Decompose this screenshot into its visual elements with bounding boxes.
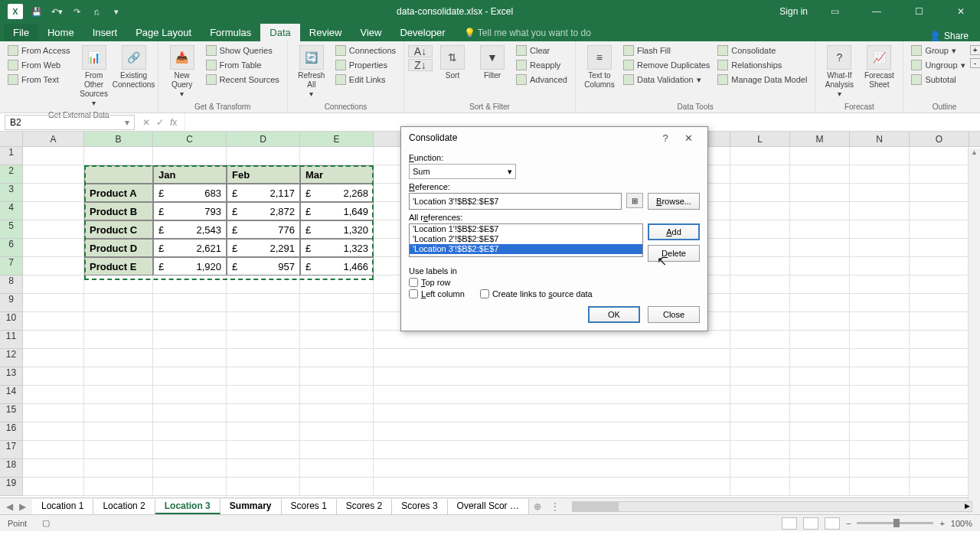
cell[interactable]	[23, 386, 84, 404]
cell[interactable]	[153, 441, 227, 459]
cell[interactable]	[910, 386, 969, 404]
cell[interactable]: £2,621	[153, 239, 227, 257]
list-item[interactable]: 'Location 1'!$B$2:$E$7	[410, 224, 642, 234]
range-select-icon[interactable]: ⊞	[626, 193, 643, 208]
cell[interactable]	[910, 367, 969, 386]
cell[interactable]	[374, 331, 730, 349]
cell[interactable]	[23, 331, 84, 349]
cell[interactable]	[790, 404, 850, 422]
cell[interactable]	[910, 294, 969, 312]
cell[interactable]	[84, 331, 153, 349]
cell[interactable]	[300, 367, 374, 386]
cell[interactable]	[790, 220, 850, 239]
cell[interactable]	[84, 367, 153, 386]
cell[interactable]: Product E	[84, 257, 153, 276]
cell[interactable]	[23, 459, 84, 478]
tab-review[interactable]: Review	[300, 24, 351, 41]
cell[interactable]	[374, 441, 730, 459]
cell[interactable]	[850, 147, 910, 165]
sheet-tab[interactable]: Overall Scor …	[448, 499, 529, 514]
col-header[interactable]: M	[790, 132, 850, 146]
data-validation-button[interactable]: Data Validation ▾	[620, 73, 713, 86]
cell[interactable]	[910, 165, 969, 184]
row-header[interactable]: 17	[0, 441, 23, 459]
cell[interactable]	[790, 331, 850, 349]
connections-button[interactable]: Connections	[332, 44, 399, 57]
cell[interactable]	[910, 404, 969, 422]
cell[interactable]	[23, 294, 84, 312]
cell[interactable]: Jan	[153, 165, 227, 184]
enter-formula-icon[interactable]: ✓	[156, 117, 164, 128]
cell[interactable]: £793	[153, 202, 227, 220]
refresh-all-button[interactable]: 🔄Refresh All▾	[292, 44, 331, 100]
all-references-listbox[interactable]: 'Location 1'!$B$2:$E$7 'Location 2'!$B$2…	[409, 223, 643, 257]
cell[interactable]	[84, 422, 153, 441]
cell[interactable]	[850, 220, 910, 239]
cell[interactable]	[300, 441, 374, 459]
row-header[interactable]: 5	[0, 220, 23, 239]
col-header[interactable]: D	[227, 132, 300, 146]
cell[interactable]	[23, 276, 84, 294]
cell[interactable]	[850, 276, 910, 294]
cell[interactable]	[790, 367, 850, 386]
cell[interactable]	[374, 422, 730, 441]
cell[interactable]	[153, 147, 227, 165]
expand-icon[interactable]: +	[970, 45, 980, 55]
cell[interactable]	[730, 239, 790, 257]
page-break-view-button[interactable]	[825, 517, 840, 530]
flash-fill-button[interactable]: Flash Fill	[620, 44, 713, 57]
cell[interactable]	[730, 257, 790, 276]
cell[interactable]	[227, 147, 300, 165]
delete-button[interactable]: Delete	[648, 245, 700, 262]
cell[interactable]	[790, 276, 850, 294]
cell[interactable]	[23, 165, 84, 184]
cell[interactable]	[23, 367, 84, 386]
tab-insert[interactable]: Insert	[83, 24, 127, 41]
cell[interactable]	[730, 165, 790, 184]
col-header[interactable]: A	[23, 132, 84, 146]
cell[interactable]	[23, 422, 84, 441]
cell[interactable]	[850, 478, 910, 496]
sheet-tab[interactable]: Summary	[220, 499, 282, 514]
cell[interactable]	[850, 422, 910, 441]
col-header[interactable]: O	[910, 132, 969, 146]
cell[interactable]	[730, 404, 790, 422]
cell[interactable]	[910, 349, 969, 367]
relationships-button[interactable]: Relationships	[714, 58, 810, 72]
cell[interactable]	[84, 478, 153, 496]
list-item[interactable]: 'Location 3'!$B$2:$E$7	[410, 244, 642, 254]
name-box[interactable]: B2▾	[5, 115, 135, 130]
cell[interactable]	[153, 294, 227, 312]
cell[interactable]	[300, 147, 374, 165]
maximize-button[interactable]: ☐	[903, 6, 934, 17]
cell[interactable]	[23, 441, 84, 459]
cell[interactable]	[850, 312, 910, 331]
cell[interactable]: £1,466	[300, 257, 374, 276]
row-header[interactable]: 9	[0, 294, 23, 312]
cell[interactable]	[153, 404, 227, 422]
signin-link[interactable]: Sign in	[779, 6, 808, 17]
cell[interactable]	[23, 478, 84, 496]
list-item[interactable]: 'Location 2'!$B$2:$E$7	[410, 234, 642, 244]
normal-view-button[interactable]	[782, 517, 797, 530]
row-header[interactable]: 3	[0, 184, 23, 202]
tab-home[interactable]: Home	[38, 24, 83, 41]
tab-view[interactable]: View	[351, 24, 390, 41]
cell[interactable]	[790, 184, 850, 202]
row-header[interactable]: 14	[0, 386, 23, 404]
function-select[interactable]: Sum▾	[409, 164, 516, 179]
collapse-icon[interactable]: -	[970, 58, 980, 68]
cell[interactable]	[227, 331, 300, 349]
cell[interactable]	[910, 441, 969, 459]
browse-button[interactable]: Browse...	[648, 193, 700, 210]
row-header[interactable]: 1	[0, 147, 23, 165]
cell[interactable]: £2,291	[227, 239, 300, 257]
cell[interactable]	[300, 404, 374, 422]
add-button[interactable]: Add	[648, 223, 700, 240]
fx-icon[interactable]: fx	[170, 117, 177, 128]
col-header[interactable]: B	[84, 132, 153, 146]
row-header[interactable]: 13	[0, 367, 23, 386]
cell[interactable]	[84, 349, 153, 367]
cell[interactable]	[374, 367, 730, 386]
close-window-button[interactable]: ✕	[946, 6, 976, 17]
